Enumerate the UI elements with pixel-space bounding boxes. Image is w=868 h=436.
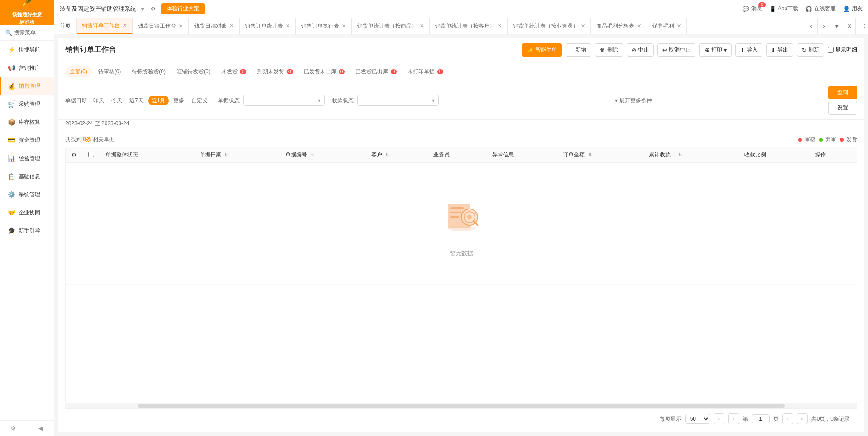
first-page-btn[interactable]: « bbox=[714, 413, 724, 424]
th-staff[interactable]: 业务员 bbox=[428, 147, 487, 163]
filter-tab-pending-inspect[interactable]: 待拣货验货(0) bbox=[127, 66, 170, 77]
tab-sales-workbench[interactable]: 销售订单工作台 ✕ bbox=[77, 18, 133, 34]
sidebar-item-enterprise[interactable]: 🤝 企业协同 bbox=[0, 204, 54, 222]
per-page-select[interactable]: 50 10 20 100 bbox=[685, 414, 710, 424]
show-detail-checkbox[interactable]: 显示明细 bbox=[828, 46, 857, 54]
sidebar-item-quick-nav[interactable]: ⚡ 快捷导航 bbox=[0, 41, 54, 59]
tab-close-icon[interactable]: ✕ bbox=[179, 23, 183, 29]
today-btn[interactable]: 今天 bbox=[109, 96, 125, 105]
filter-tab-not-printed[interactable]: 未打印单据 0 bbox=[403, 66, 448, 77]
th-settings[interactable]: ⚙ bbox=[66, 147, 82, 163]
th-customer[interactable]: 客户 ⇅ bbox=[366, 147, 428, 163]
expand-btn[interactable]: ▾ 展开更多条件 bbox=[615, 97, 652, 104]
last-month-btn[interactable]: 近1月 bbox=[148, 96, 169, 105]
tab-maximize-btn[interactable]: ⛶ bbox=[855, 18, 868, 34]
message-item[interactable]: 💬 消息 6 bbox=[743, 5, 762, 13]
more-btn[interactable]: 更多 bbox=[171, 96, 187, 105]
add-btn[interactable]: + 新增 bbox=[566, 43, 591, 57]
tab-close-icon[interactable]: ✕ bbox=[677, 23, 681, 29]
sidebar-item-operations[interactable]: 📊 经营管理 bbox=[0, 149, 54, 167]
tab-prev-btn[interactable]: ‹ bbox=[805, 18, 817, 34]
online-service-item[interactable]: 🎧 在线客服 bbox=[806, 5, 836, 13]
sidebar-search[interactable]: 🔍 搜索菜单 bbox=[0, 25, 54, 41]
settings-btn[interactable]: ⚙ bbox=[0, 421, 27, 436]
filter-tab-pending-review[interactable]: 待审核(0) bbox=[94, 66, 126, 77]
query-btn[interactable]: 查询 bbox=[828, 86, 857, 99]
scrollbar-thumb[interactable] bbox=[138, 404, 785, 408]
collapse-btn[interactable]: ◀ bbox=[27, 421, 54, 436]
tab-close-icon[interactable]: ✕ bbox=[581, 23, 585, 29]
show-detail-input[interactable] bbox=[828, 47, 834, 53]
sidebar-item-guide[interactable]: 🎓 新手引导 bbox=[0, 222, 54, 240]
sidebar-item-sales[interactable]: 💰 销售管理 bbox=[0, 77, 54, 95]
custom-btn[interactable]: 自定义 bbox=[189, 96, 211, 105]
cancel-stop-btn[interactable]: ↩ 取消中止 bbox=[657, 43, 695, 57]
tab-close-icon[interactable]: ✕ bbox=[123, 23, 127, 28]
tab-menu-btn[interactable]: ▾ bbox=[830, 18, 843, 34]
next-page-btn[interactable]: › bbox=[782, 413, 793, 424]
industry-btn[interactable]: 体验行业方案 bbox=[161, 3, 205, 14]
print-btn[interactable]: 🖨 打印 ▾ bbox=[699, 43, 732, 57]
filter-tab-expired-not-shipped[interactable]: 到期未发货 0 bbox=[253, 66, 297, 77]
th-date[interactable]: 单据日期 ⇅ bbox=[194, 147, 280, 163]
th-number[interactable]: 单据编号 ⇅ bbox=[280, 147, 365, 163]
tab-next-btn[interactable]: › bbox=[817, 18, 830, 34]
tab-cash-reconcile[interactable]: 钱货日清对账 ✕ bbox=[189, 18, 240, 34]
page-input[interactable] bbox=[752, 414, 770, 423]
tab-close-icon[interactable]: ✕ bbox=[420, 23, 424, 29]
filter-tab-all[interactable]: 全部(0) bbox=[65, 66, 92, 77]
tab-close-icon[interactable]: ✕ bbox=[342, 23, 346, 29]
tab-gross-margin[interactable]: 商品毛利分析表 ✕ bbox=[591, 18, 647, 34]
last-page-btn[interactable]: » bbox=[797, 413, 808, 424]
filter-tab-wangpu[interactable]: 旺铺待发货(0) bbox=[172, 66, 215, 77]
tab-close-icon[interactable]: ✕ bbox=[230, 23, 234, 29]
nav-label: 基础信息 bbox=[19, 173, 40, 180]
void-action-btn[interactable]: 弃审 bbox=[819, 136, 836, 143]
audit-action-btn[interactable]: 审核 bbox=[798, 136, 815, 143]
tab-close-icon[interactable]: ✕ bbox=[498, 23, 502, 29]
select-all-checkbox[interactable] bbox=[88, 152, 94, 157]
status-select[interactable]: ▾ bbox=[243, 95, 325, 106]
tab-sales-stat-customer[interactable]: 销货单统计表（按客户） ✕ bbox=[430, 18, 508, 34]
sidebar-item-basic[interactable]: 📋 基础信息 bbox=[0, 167, 54, 185]
import-btn[interactable]: ⬆ 导入 bbox=[735, 43, 762, 57]
empty-state: 暂无数据 bbox=[66, 163, 857, 284]
tab-sales-stat-staff[interactable]: 销货单统计表（按业务员） ✕ bbox=[508, 18, 591, 34]
setting-btn[interactable]: 设置 bbox=[828, 101, 857, 115]
sidebar-item-system[interactable]: ⚙️ 系统管理 bbox=[0, 185, 54, 204]
ship-action-btn[interactable]: 发货 bbox=[840, 136, 857, 143]
tab-cash-daily[interactable]: 钱货日清工作台 ✕ bbox=[133, 18, 189, 34]
stop-btn[interactable]: ⊘ 中止 bbox=[627, 43, 654, 57]
tab-close-all-btn[interactable]: ✕ bbox=[843, 18, 855, 34]
filter-tab-shipped-not-out[interactable]: 已发货未出库 0 bbox=[299, 66, 350, 77]
sidebar-item-finance[interactable]: 💳 资金管理 bbox=[0, 131, 54, 149]
last7-btn[interactable]: 近7天 bbox=[127, 96, 146, 105]
horizontal-scrollbar[interactable] bbox=[65, 403, 857, 408]
th-amount[interactable]: 订单金额 ⇅ bbox=[557, 147, 643, 163]
sidebar-item-purchase[interactable]: 🛒 采购管理 bbox=[0, 95, 54, 113]
export-btn[interactable]: ⬇ 导出 bbox=[766, 43, 793, 57]
th-collected[interactable]: 累计收款... ⇅ bbox=[643, 147, 739, 163]
tab-home[interactable]: 首页 bbox=[54, 18, 77, 34]
app-download-item[interactable]: 📱 App下载 bbox=[769, 5, 798, 13]
payment-select[interactable]: ▾ bbox=[357, 95, 439, 106]
ai-generate-btn[interactable]: ✨ 智能生单 bbox=[522, 43, 562, 57]
prev-page-btn[interactable]: ‹ bbox=[728, 413, 739, 424]
tab-sales-exec[interactable]: 销售订单执行表 ✕ bbox=[296, 18, 352, 34]
refresh-btn[interactable]: ↻ 刷新 bbox=[797, 43, 824, 57]
user-item[interactable]: 👤 用友 bbox=[843, 5, 863, 13]
filter-tab-not-shipped[interactable]: 未发货 0 bbox=[217, 66, 251, 77]
th-checkbox[interactable] bbox=[82, 147, 100, 163]
delete-btn[interactable]: 🗑 删除 bbox=[595, 43, 623, 57]
system-dropdown-arrow[interactable]: ▼ bbox=[140, 6, 145, 12]
filter-tab-shipped-out[interactable]: 已发货已出库 0 bbox=[351, 66, 401, 77]
tab-sales-stat[interactable]: 销售订单统计表 ✕ bbox=[240, 18, 296, 34]
sidebar-item-inventory[interactable]: 📦 库存核算 bbox=[0, 113, 54, 131]
tab-sales-profit[interactable]: 销售毛利 ✕ bbox=[647, 18, 687, 34]
settings-icon[interactable]: ⚙ bbox=[151, 6, 156, 12]
sidebar-item-marketing[interactable]: 📢 营销推广 bbox=[0, 59, 54, 77]
yesterday-btn[interactable]: 昨天 bbox=[91, 96, 107, 105]
tab-close-icon[interactable]: ✕ bbox=[637, 23, 641, 29]
tab-close-icon[interactable]: ✕ bbox=[286, 23, 290, 29]
tab-sales-stat-product[interactable]: 销货单统计表（按商品） ✕ bbox=[352, 18, 430, 34]
